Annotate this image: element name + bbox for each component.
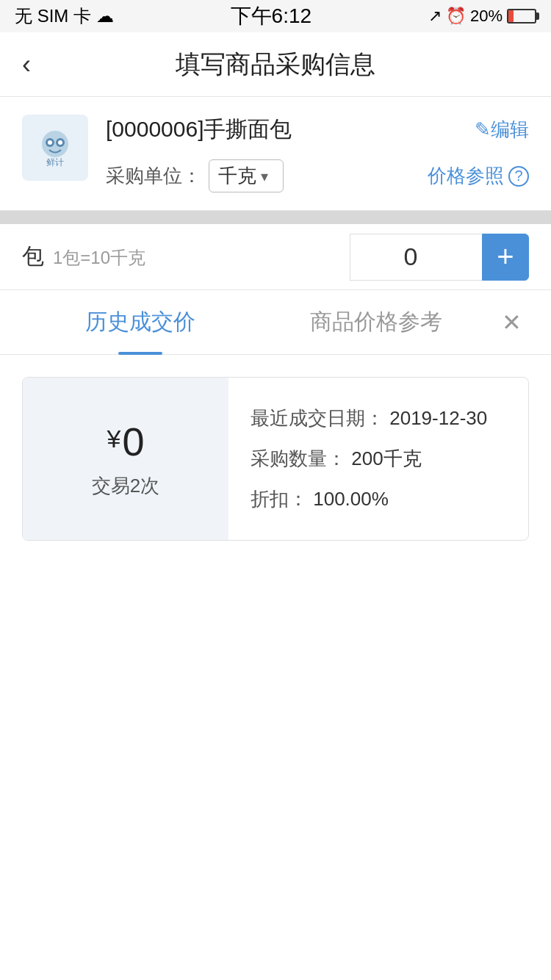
battery-icon [507,9,536,24]
qty-unit: 包 [22,242,44,272]
product-info: [0000006]手撕面包 ✎编辑 采购单位： 千克 价格参照 ? [106,115,529,192]
qty-label-area: 包 1包=10千克 [22,242,145,272]
trade-count: 交易2次 [92,473,159,499]
svg-point-4 [58,140,62,145]
nav-header: ‹ 填写商品采购信息 [0,32,551,97]
price-reference-button[interactable]: 价格参照 ? [428,163,529,189]
trade-qty-row: 采购数量： 200千克 [251,444,506,473]
help-icon: ? [508,166,529,187]
qty-input-area: + [350,234,529,281]
unit-row: 采购单位： 千克 价格参照 ? [106,159,529,192]
trade-qty-value: 200千克 [351,447,421,469]
location-icon: ↗ [428,7,442,26]
tab-history-label: 历史成交价 [85,307,195,337]
sim-label: 无 SIM 卡 ☁ [15,4,114,28]
gray-divider [0,211,551,224]
page-rest [0,563,551,980]
status-right: ↗ ⏰ 20% [428,7,536,26]
trade-discount-row: 折扣： 100.00% [251,485,506,514]
tab-close-button[interactable]: ✕ [494,303,529,342]
trade-discount-value: 100.00% [313,488,389,510]
back-button[interactable]: ‹ [22,42,38,87]
status-bar: 无 SIM 卡 ☁ 下午6:12 ↗ ⏰ 20% [0,0,551,32]
tab-product-price-ref[interactable]: 商品价格参考 [259,290,495,355]
product-logo: 鲜计 [22,115,88,181]
unit-value: 千克 [218,163,256,189]
trade-price: ¥ 0 [107,419,145,464]
tabs-header: 历史成交价 商品价格参考 ✕ [0,290,551,355]
quantity-row: 包 1包=10千克 + [0,224,551,290]
trade-content: ¥ 0 交易2次 最近成交日期： 2019-12-30 采购数量： 200千克 … [0,355,551,563]
product-name-row: [0000006]手撕面包 ✎编辑 [106,115,529,145]
unit-dropdown[interactable]: 千克 [209,159,284,192]
product-logo-icon: 鲜计 [33,126,77,170]
tab-history-price[interactable]: 历史成交价 [22,290,259,355]
trade-discount-label: 折扣： [251,488,308,510]
trade-qty-label: 采购数量： [251,447,346,469]
trade-date-value: 2019-12-30 [389,407,487,429]
price-value: 0 [122,419,144,464]
alarm-icon: ⏰ [446,7,466,26]
svg-point-3 [48,140,52,145]
product-name: [0000006]手撕面包 [106,115,292,145]
qty-conversion: 1包=10千克 [53,246,145,270]
status-left: 无 SIM 卡 ☁ [15,4,114,28]
trade-date-label: 最近成交日期： [251,407,384,429]
status-time: 下午6:12 [231,2,312,30]
edit-button[interactable]: ✎编辑 [475,117,529,143]
quantity-plus-button[interactable]: + [482,234,529,281]
trade-date-row: 最近成交日期： 2019-12-30 [251,404,506,433]
tabs-container: 历史成交价 商品价格参考 ✕ ¥ 0 交易2次 最近成交日期： 2019-12-… [0,290,551,563]
price-ref-label: 价格参照 [428,163,504,189]
page-title: 填写商品采购信息 [176,48,375,82]
trade-card: ¥ 0 交易2次 最近成交日期： 2019-12-30 采购数量： 200千克 … [22,377,529,541]
svg-text:鲜计: 鲜计 [46,157,64,167]
battery-pct: 20% [470,7,503,26]
quantity-input[interactable] [350,234,482,281]
trade-right: 最近成交日期： 2019-12-30 采购数量： 200千克 折扣： 100.0… [228,378,528,540]
unit-selector: 采购单位： 千克 [106,159,284,192]
currency-symbol: ¥ [107,425,121,453]
unit-label: 采购单位： [106,163,201,189]
trade-left: ¥ 0 交易2次 [23,378,228,540]
product-card: 鲜计 [0000006]手撕面包 ✎编辑 采购单位： 千克 价格参照 ? [0,97,551,211]
tab-product-price-label: 商品价格参考 [310,307,442,337]
